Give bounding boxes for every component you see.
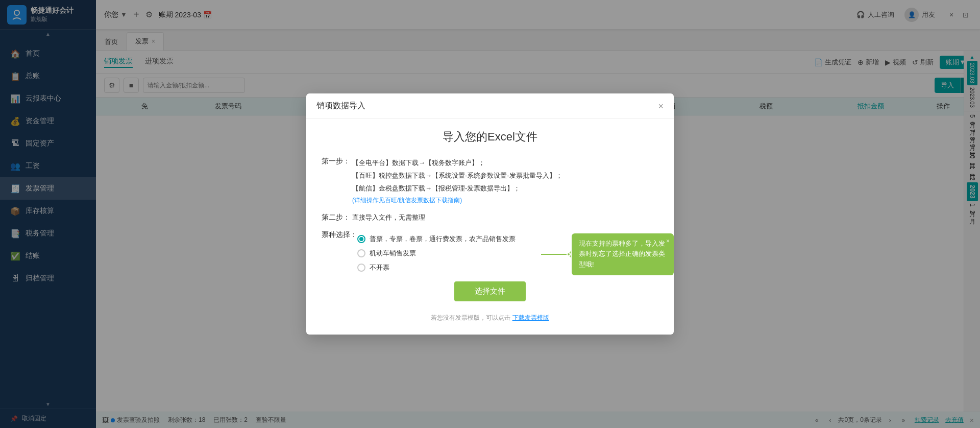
step2-header: 第二步： 直接导入文件，无需整理: [322, 213, 658, 222]
radio-normal-circle: [357, 235, 365, 243]
step1-line3: 【航信】金税盘数据下载→【报税管理-发票数据导出】；: [352, 182, 562, 195]
modal-close-button[interactable]: ×: [658, 102, 664, 111]
modal-main-title: 导入您的Excel文件: [322, 129, 658, 145]
select-file-button[interactable]: 选择文件: [454, 281, 526, 301]
tooltip-bubble: × 现在支持的票种多了，导入发票时别忘了选择正确的发票类型哦!: [572, 233, 674, 275]
modal-body: 导入您的Excel文件 第一步： 【全电平台】数据下载→【税务数字账户】； 【百…: [306, 119, 674, 334]
radio-group: 普票，专票，卷票，通行费发票，农产品销售发票 机动车销售发票: [357, 234, 516, 277]
step1-line1: 【全电平台】数据下载→【税务数字账户】；: [352, 157, 562, 170]
radio-motor[interactable]: 机动车销售发票: [357, 249, 516, 258]
modal-overlay: 销项数据导入 × 导入您的Excel文件 第一步： 【全电平台】数据下载→【税务…: [0, 0, 980, 428]
tooltip-dot: [567, 252, 571, 256]
radio-no-invoice-label: 不开票: [370, 263, 389, 272]
download-template-link[interactable]: 下载发票模版: [512, 314, 549, 321]
step1-link[interactable]: (详细操作见百旺/航信发票数据下载指南): [352, 196, 562, 205]
radio-no-invoice[interactable]: 不开票: [357, 263, 516, 272]
radio-motor-circle: [357, 249, 365, 257]
ticket-label: 票种选择：: [322, 230, 357, 240]
tooltip-container: × 现在支持的票种多了，导入发票时别忘了选择正确的发票类型哦!: [572, 233, 674, 275]
modal-header: 销项数据导入 ×: [306, 93, 674, 119]
import-modal: 销项数据导入 × 导入您的Excel文件 第一步： 【全电平台】数据下载→【税务…: [306, 93, 674, 334]
radio-no-invoice-circle: [357, 264, 365, 272]
tooltip-line: [541, 254, 567, 255]
step2-label: 第二步：: [322, 213, 352, 222]
modal-footer: 选择文件: [322, 277, 658, 307]
step1-header: 第一步： 【全电平台】数据下载→【税务数字账户】； 【百旺】税控盘数据下载→【系…: [322, 157, 658, 204]
step2-content: 直接导入文件，无需整理: [352, 213, 425, 222]
radio-normal-inner: [359, 237, 363, 241]
modal-hint: 若您没有发票模版，可以点击 下载发票模版: [322, 314, 658, 322]
step1-line2: 【百旺】税控盘数据下载→【系统设置-系统参数设置-发票批量导入】；: [352, 170, 562, 182]
step1-label: 第一步：: [322, 157, 352, 166]
radio-normal[interactable]: 普票，专票，卷票，通行费发票，农产品销售发票: [357, 234, 516, 244]
radio-motor-label: 机动车销售发票: [370, 249, 416, 258]
radio-motor-wrapper: 机动车销售发票 × 现在支持的票种多了，导入发票时别忘了选择正确的发票类型哦!: [357, 249, 516, 258]
ticket-selection-row: 票种选择： 普票，专票，卷票，通行费发票，农产品销售发票 机动车销售发票: [322, 230, 658, 277]
tooltip-close-button[interactable]: ×: [666, 236, 670, 246]
radio-normal-label: 普票，专票，卷票，通行费发票，农产品销售发票: [370, 234, 516, 244]
ticket-header-row: 票种选择： 普票，专票，卷票，通行费发票，农产品销售发票 机动车销售发票: [322, 230, 658, 277]
step2-row: 第二步： 直接导入文件，无需整理: [322, 213, 658, 222]
step1-content: 【全电平台】数据下载→【税务数字账户】； 【百旺】税控盘数据下载→【系统设置-系…: [352, 157, 562, 204]
modal-title: 销项数据导入: [316, 101, 365, 111]
step1-row: 第一步： 【全电平台】数据下载→【税务数字账户】； 【百旺】税控盘数据下载→【系…: [322, 157, 658, 204]
